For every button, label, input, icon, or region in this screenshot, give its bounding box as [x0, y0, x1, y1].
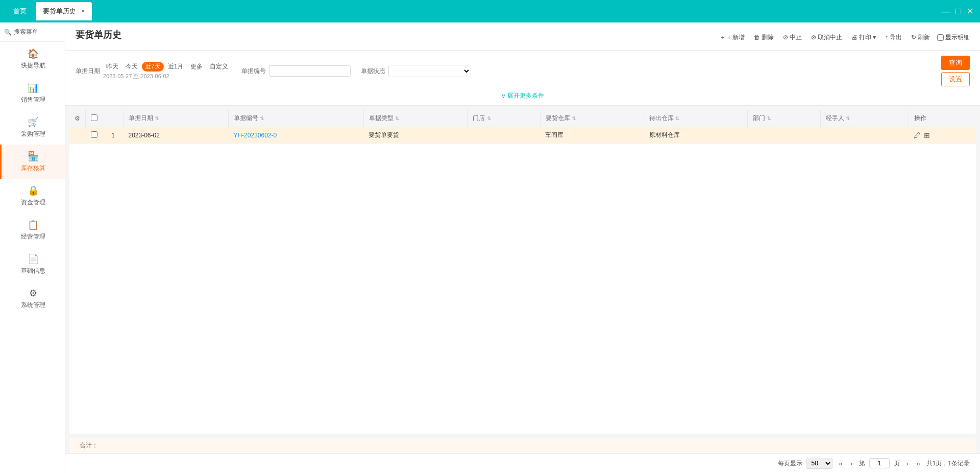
- export-button[interactable]: ↑ 导出: [883, 32, 904, 43]
- date-btn-today[interactable]: 今天: [122, 62, 141, 72]
- sidebar-item-finance[interactable]: 🔒 资金管理: [0, 179, 65, 213]
- sort-req-warehouse-icon[interactable]: ⇅: [572, 115, 576, 121]
- action-icons: 🖊 ⊞: [914, 131, 971, 139]
- col-department: 部门 ⇅: [748, 110, 821, 127]
- display-detail-toggle[interactable]: 显示明细: [937, 33, 970, 42]
- sort-pending-warehouse-icon[interactable]: ⇅: [675, 115, 679, 121]
- refresh-icon: ↻: [911, 34, 916, 41]
- refresh-button[interactable]: ↻ 刷新: [909, 32, 932, 43]
- row-delete-icon[interactable]: ⊞: [924, 131, 930, 139]
- tab-home-label: 首页: [13, 7, 27, 16]
- tab-requisition-label: 要货单历史: [43, 7, 76, 16]
- new-icon: ＋: [720, 33, 726, 42]
- select-all-checkbox[interactable]: [91, 114, 97, 121]
- print-dropdown-icon: ▾: [873, 34, 876, 41]
- col-department-label: 部门: [753, 114, 765, 122]
- date-btn-yesterday[interactable]: 昨天: [103, 62, 121, 72]
- cancel-stop-button[interactable]: ⊗ 取消中止: [809, 32, 844, 43]
- docno-filter: 单据编号: [241, 65, 351, 77]
- first-page-button[interactable]: «: [837, 460, 844, 467]
- settings-button[interactable]: 设置: [941, 72, 970, 86]
- top-bar: 首页 要货单历史 × — □ ✕: [0, 0, 980, 22]
- tab-home[interactable]: 首页: [6, 2, 34, 20]
- status-select[interactable]: [389, 65, 471, 77]
- sidebar-item-system[interactable]: ⚙ 系统管理: [0, 281, 65, 316]
- col-checkbox: [86, 110, 103, 127]
- col-doc-no-label: 单据编号: [234, 114, 258, 122]
- sort-doc-type-icon[interactable]: ⇅: [395, 115, 399, 121]
- sidebar-item-sales[interactable]: 📊 销售管理: [0, 76, 65, 110]
- expand-filter-button[interactable]: ∨ 展开更多条件: [501, 91, 544, 100]
- sort-doc-date-icon[interactable]: ⇅: [155, 115, 159, 121]
- sidebar-search[interactable]: 🔍 搜索菜单: [0, 22, 65, 42]
- row-doc-type-value: 要货单要货: [369, 131, 399, 138]
- date-filter-label: 单据日期: [76, 67, 100, 76]
- col-req-warehouse-label: 要货仓库: [546, 114, 570, 122]
- next-page-button[interactable]: ›: [904, 460, 910, 467]
- date-btn-1month[interactable]: 近1月: [165, 62, 187, 72]
- maximize-button[interactable]: □: [955, 6, 961, 17]
- main-area: 🔍 搜索菜单 🏠 快捷导航 📊 销售管理 🛒 采购管理 🏪 库存核算 🔒: [0, 22, 980, 473]
- last-page-button[interactable]: »: [914, 460, 922, 467]
- stop-button[interactable]: ⊘ 中止: [781, 32, 804, 43]
- sales-icon: 📊: [28, 82, 39, 93]
- sidebar-item-operations[interactable]: 📋 经营管理: [0, 213, 65, 247]
- minimize-button[interactable]: —: [941, 6, 950, 17]
- sort-handler-icon[interactable]: ⇅: [846, 115, 850, 121]
- system-icon: ⚙: [29, 288, 37, 299]
- row-doc-no-link[interactable]: YH-20230602-0: [233, 132, 277, 139]
- col-index: [103, 110, 124, 127]
- export-icon: ↑: [885, 34, 888, 41]
- sidebar-item-quick-nav[interactable]: 🏠 快捷导航: [0, 42, 65, 76]
- row-pending-warehouse-value: 原材料仓库: [649, 131, 680, 138]
- per-page-select[interactable]: 10 20 50 100: [806, 458, 832, 469]
- row-store: [468, 127, 541, 144]
- per-page-label: 每页显示: [778, 459, 802, 468]
- close-window-button[interactable]: ✕: [966, 6, 974, 17]
- col-setting[interactable]: ⚙: [69, 110, 86, 127]
- sidebar-item-purchase[interactable]: 🛒 采购管理: [0, 110, 65, 145]
- row-setting: [69, 127, 86, 144]
- row-doc-date: 2023-06-02: [124, 127, 229, 144]
- cancel-stop-icon: ⊗: [811, 34, 816, 41]
- col-doc-type: 单据类型 ⇅: [363, 110, 467, 127]
- quick-nav-icon: 🏠: [28, 48, 39, 59]
- col-doc-type-label: 单据类型: [369, 114, 394, 122]
- table-area: ⚙ 单据日期 ⇅ 单据编号 ⇅: [69, 110, 976, 434]
- status-label: 单据状态: [361, 67, 385, 76]
- tab-close-icon[interactable]: ×: [81, 8, 85, 15]
- sort-store-icon[interactable]: ⇅: [487, 115, 491, 121]
- page-suffix: 页: [894, 459, 900, 468]
- print-button[interactable]: 🖨 打印 ▾: [849, 32, 878, 43]
- docno-input[interactable]: [269, 65, 351, 77]
- date-btn-7days[interactable]: 近7天: [142, 62, 164, 72]
- sort-doc-no-icon[interactable]: ⇅: [260, 115, 264, 121]
- row-checkbox[interactable]: [91, 131, 97, 138]
- col-action: 操作: [909, 110, 976, 127]
- date-btn-custom[interactable]: 自定义: [207, 62, 231, 72]
- row-actions: 🖊 ⊞: [909, 127, 976, 144]
- delete-button[interactable]: 🗑 删除: [752, 32, 776, 43]
- date-btn-more[interactable]: 更多: [187, 62, 206, 72]
- query-buttons: 查询 设置: [941, 56, 970, 86]
- docno-label: 单据编号: [241, 67, 266, 76]
- new-button[interactable]: ＋ + 新增: [718, 32, 747, 43]
- row-doc-no: YH-20230602-0: [228, 127, 363, 144]
- tab-requisition-history[interactable]: 要货单历史 ×: [36, 2, 92, 20]
- row-req-warehouse-value: 车间库: [545, 131, 564, 138]
- row-doc-type: 要货单要货: [363, 127, 467, 144]
- query-button[interactable]: 查询: [941, 56, 970, 70]
- col-doc-date-label: 单据日期: [129, 114, 153, 122]
- sort-department-icon[interactable]: ⇅: [767, 115, 771, 121]
- row-edit-icon[interactable]: 🖊: [914, 131, 921, 139]
- sidebar-item-inventory[interactable]: 🏪 库存核算: [0, 145, 65, 179]
- table-row: 1 2023-06-02 YH-20230602-0 要货单要货: [69, 127, 976, 144]
- status-select-wrapper: [388, 65, 471, 77]
- prev-page-button[interactable]: ‹: [849, 460, 855, 467]
- page-number-input[interactable]: [869, 458, 890, 468]
- display-detail-checkbox[interactable]: [937, 34, 944, 41]
- page-label: 第: [859, 459, 865, 468]
- date-filter-btns: 昨天 今天 近7天 近1月 更多 自定义: [103, 62, 231, 72]
- sidebar-item-base-info[interactable]: 📄 基础信息: [0, 247, 65, 281]
- date-buttons-wrapper: 昨天 今天 近7天 近1月 更多 自定义 2023-05-27 至 2023-0…: [103, 62, 231, 80]
